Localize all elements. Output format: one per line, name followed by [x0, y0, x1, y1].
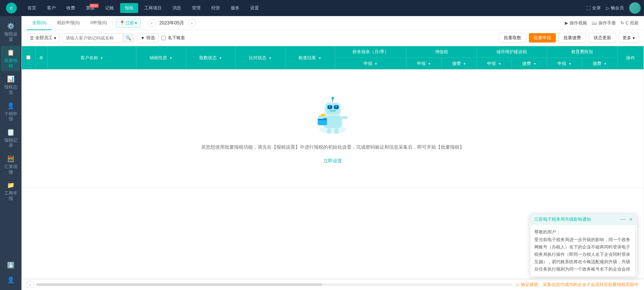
- financial-declare-filter-icon[interactable]: ▼: [374, 62, 378, 66]
- client-name-filter-icon[interactable]: ▼: [100, 56, 103, 60]
- sidebar: ⚙️ 报税设置 📋 批量报税 📊 报税总览 👤 个税申报 🗒️ 报税记录 🧮 汇…: [0, 16, 21, 290]
- th-urban-pay: 缴费 ▼: [512, 58, 547, 70]
- batch-declare-btn[interactable]: 批量申报: [529, 33, 556, 43]
- data-table: ⚙ 客户名称 ▼ 纳税性质 ▼ 取数状态 ▼: [22, 46, 644, 188]
- tab-zero-declare[interactable]: 0申报 (0): [85, 16, 112, 30]
- toolbar: ☰ 全部员工 ▾ 🔍 ▼ 筛选 名下账套 批量取数 批量申报 批量缴费 状态更新: [21, 30, 644, 46]
- scroll-left-btn[interactable]: ‹: [27, 281, 34, 288]
- batch-fetch-btn[interactable]: 批量取数: [499, 33, 526, 43]
- nav-item-business[interactable]: 工商项目: [140, 3, 166, 13]
- video-icon: ▶: [565, 20, 568, 25]
- sidebar-item-user[interactable]: 👤: [1, 273, 20, 287]
- filter-button[interactable]: ▼ 筛选: [137, 33, 159, 43]
- sidebar-item-settlement[interactable]: 🧮 汇算清缴: [1, 152, 20, 177]
- setup-link[interactable]: 立即设置: [323, 158, 342, 164]
- tab-tax-declare[interactable]: 税款申报 (0): [52, 16, 85, 30]
- tabs-bar: 全部 (0) 税款申报 (0) 0申报 (0) 📍 江苏 ▾ ‹ 2023年05…: [21, 16, 644, 30]
- sidebar-item-personal-tax[interactable]: 👤 个税申报: [1, 99, 20, 124]
- tax-records-icon: 🗒️: [7, 128, 15, 136]
- scrollbar-thumb: [36, 283, 322, 286]
- nav-item-invoice[interactable]: 票据 NEW: [81, 3, 99, 13]
- check-result-filter-icon[interactable]: ▼: [318, 56, 321, 60]
- sidebar-item-tax-overview[interactable]: 📊 报税总览: [1, 72, 20, 97]
- download-icon: ⬇️: [7, 261, 15, 269]
- urban-pay-filter-icon[interactable]: ▼: [533, 62, 537, 66]
- member-btn[interactable]: ▷ 畅会员: [606, 5, 624, 11]
- next-month-btn[interactable]: ›: [188, 19, 196, 27]
- tax-nature-filter-icon[interactable]: ▼: [169, 56, 172, 60]
- notif-minimize-btn[interactable]: —: [620, 216, 626, 222]
- nav-item-accounting[interactable]: 记账: [101, 3, 119, 13]
- th-compare-status: 比对状态 ▼: [235, 46, 285, 69]
- search-button[interactable]: 🔍: [123, 34, 134, 42]
- vat-declare-filter-icon[interactable]: ▼: [428, 62, 431, 66]
- nav-item-fee[interactable]: 收费: [62, 3, 80, 13]
- refresh-icon: ↻: [621, 20, 624, 25]
- compare-status-filter-icon[interactable]: ▼: [268, 56, 272, 60]
- th-urban-declare: 申报 ▼: [477, 58, 512, 70]
- tax-settings-icon: ⚙️: [7, 22, 15, 30]
- fullscreen-icon: ⛶: [586, 6, 591, 11]
- region-selector[interactable]: 📍 江苏 ▾: [116, 18, 141, 28]
- user-avatar[interactable]: [629, 2, 641, 14]
- sidebar-item-tax-settings[interactable]: ⚙️ 报税设置: [1, 19, 20, 45]
- chevron-down-icon: ▾: [633, 35, 635, 41]
- settlement-icon: 🧮: [7, 155, 15, 163]
- tab-all[interactable]: 全部 (0): [27, 16, 52, 30]
- nav-item-service[interactable]: 服务: [226, 3, 244, 13]
- account-checkbox[interactable]: [161, 36, 166, 40]
- th-vat-declare: 申报 ▼: [406, 58, 441, 70]
- operation-manual-btn[interactable]: 📖 操作手册: [592, 20, 616, 26]
- vat-pay-filter-icon[interactable]: ▼: [463, 62, 466, 66]
- empty-message: 若您想使用批量报税功能，请先在【报税设置】中进行报税的初始化设置，完成密码验证和…: [201, 143, 464, 151]
- bottom-bar: ‹ ⚠ 验证账密、采集信息均成功的企业才会流转至批量报税页面中: [21, 279, 644, 290]
- status-update-btn[interactable]: 状态更新: [589, 33, 616, 43]
- annual-report-icon: 📁: [7, 181, 15, 189]
- nav-item-settings[interactable]: 设置: [246, 3, 264, 13]
- horizontal-scrollbar[interactable]: [36, 283, 513, 286]
- search-input[interactable]: [62, 34, 123, 42]
- personal-tax-icon: 👤: [7, 102, 15, 110]
- sidebar-item-batch-tax[interactable]: 📋 批量报税: [1, 46, 20, 71]
- list-icon: ☰: [30, 35, 34, 41]
- employee-selector[interactable]: ☰ 全部员工 ▾: [27, 33, 59, 43]
- nav-item-operate[interactable]: 经营: [207, 3, 225, 13]
- new-badge: NEW: [90, 4, 99, 8]
- refresh-btn[interactable]: ↻ C 照新: [621, 20, 639, 26]
- select-all-checkbox[interactable]: [26, 55, 31, 60]
- region-icon: 📍: [119, 20, 125, 25]
- operation-video-btn[interactable]: ▶ 操作视频: [565, 20, 587, 26]
- sidebar-item-download[interactable]: ⬇️: [1, 259, 20, 272]
- th-edu-declare: 申报 ▼: [547, 58, 582, 70]
- notif-close-btn[interactable]: ✕: [629, 217, 633, 222]
- notification-panel: 江苏电子税务局升级影响通知 — ✕ 尊敬的用户： 受当前电子税务局进一步升级的影…: [530, 213, 637, 277]
- fetch-status-filter-icon[interactable]: ▼: [219, 56, 222, 60]
- nav-item-client[interactable]: 客户: [42, 3, 60, 13]
- prev-month-btn[interactable]: ‹: [148, 19, 156, 27]
- fullscreen-btn[interactable]: ⛶ 全屏: [586, 5, 601, 11]
- nav-item-message[interactable]: 消息: [168, 3, 186, 13]
- more-btn[interactable]: 更多 ▾: [619, 33, 639, 43]
- svg-rect-24: [334, 129, 338, 134]
- sidebar-item-tax-records[interactable]: 🗒️ 报税记录: [1, 126, 20, 151]
- urban-declare-filter-icon[interactable]: ▼: [498, 62, 501, 66]
- th-fetch-status: 取数状态 ▼: [186, 46, 235, 69]
- th-operation: 操作: [618, 46, 644, 69]
- edu-pay-filter-icon[interactable]: ▼: [603, 62, 607, 66]
- sidebar-item-annual-report[interactable]: 📁 工商年报: [1, 178, 20, 204]
- top-nav-right: ⛶ 全屏 ▷ 畅会员: [586, 2, 641, 14]
- top-navigation: C 首页 客户 收费 票据 NEW 记账 报税 工商项目 消息 管理 经营 服务…: [0, 0, 644, 16]
- empty-state-row: 若您想使用批量报税功能，请先在【报税设置】中进行报税的初始化设置，完成密码验证和…: [22, 69, 644, 188]
- batch-pay-btn[interactable]: 批量缴费: [558, 33, 586, 43]
- nav-item-tax[interactable]: 报税: [120, 3, 138, 13]
- th-financial-declare: 申报 ▼: [335, 58, 406, 70]
- nav-item-home[interactable]: 首页: [23, 3, 41, 13]
- notification-scrollbar[interactable]: [635, 227, 636, 276]
- nav-item-manage[interactable]: 管理: [187, 3, 205, 13]
- robot-illustration: [311, 93, 355, 136]
- svg-rect-20: [329, 110, 336, 112]
- edu-declare-filter-icon[interactable]: ▼: [568, 62, 572, 66]
- svg-point-16: [329, 106, 330, 107]
- account-checkbox-label[interactable]: 名下账套: [161, 35, 185, 41]
- gear-icon[interactable]: ⚙: [39, 55, 43, 60]
